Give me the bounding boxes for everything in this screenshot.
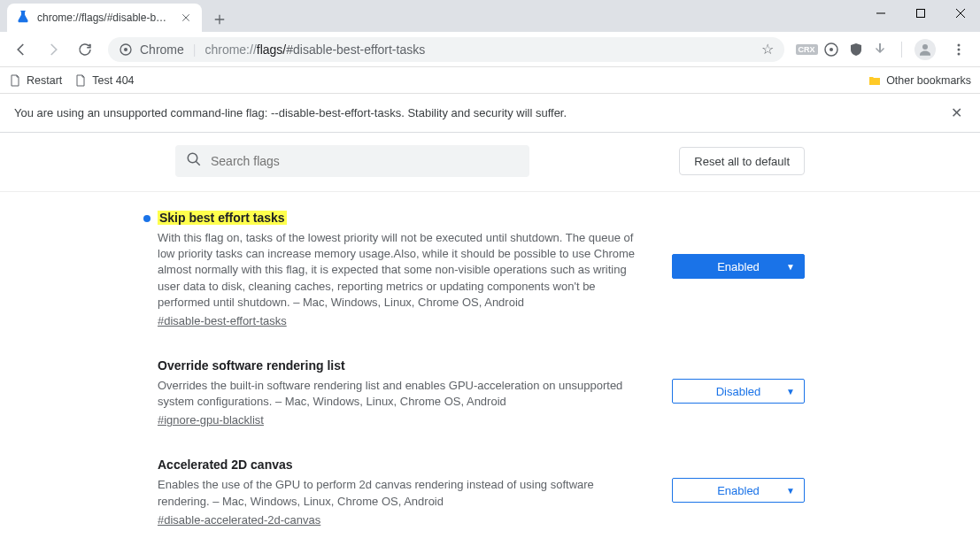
svg-point-7 [958,48,961,50]
flag-modified-dot [143,215,150,222]
chrome-page-icon [119,42,133,57]
chevron-down-icon: ▼ [786,486,795,496]
extension-icons: CRX [793,42,894,58]
chevron-down-icon: ▼ [786,262,795,272]
svg-point-8 [958,52,961,55]
page-icon [74,74,87,87]
reload-button[interactable] [71,35,99,64]
flag-select[interactable]: Enabled▼ [672,478,805,503]
window-controls [860,0,980,27]
flag-hash-link[interactable]: #ignore-gpu-blacklist [158,413,645,427]
extension-icon-1[interactable] [823,42,839,58]
address-bar[interactable]: Chrome | chrome://flags/#disable-best-ef… [108,37,784,62]
flag-select-value: Enabled [673,260,804,273]
svg-point-5 [922,44,928,50]
flag-title: Override software rendering list [158,358,345,373]
svg-rect-0 [916,10,924,18]
infobar-close-icon[interactable]: ✕ [947,101,966,125]
crx-badge-icon[interactable]: CRX [799,42,814,58]
bookmarks-bar: Restart Test 404 Other bookmarks [0,67,980,94]
flag-select-value: Enabled [673,484,804,497]
svg-point-6 [958,43,961,46]
flag-select-value: Disabled [673,384,804,397]
flag-description: With this flag on, tasks of the lowest p… [158,230,645,311]
bookmark-label: Restart [27,74,62,87]
kebab-menu-icon[interactable] [945,35,973,64]
flag-description: Overrides the built-in software renderin… [158,378,645,410]
url-text: Chrome | chrome://flags/#disable-best-ef… [140,42,425,57]
titlebar: chrome://flags/#disable-best-eff [0,0,980,32]
flag-hash-link[interactable]: #disable-best-effort-tasks [158,314,645,327]
flags-list: Skip best effort tasksWith this flag on,… [0,192,980,546]
flag-select[interactable]: Enabled▼ [672,254,805,279]
infobar: You are using an unsupported command-lin… [0,94,980,133]
minimize-button[interactable] [860,0,900,27]
svg-point-2 [124,48,127,51]
bookmark-star-icon[interactable]: ☆ [761,41,774,58]
svg-point-4 [830,48,833,51]
bookmark-label: Test 404 [92,74,134,87]
flag-item: Override software rendering listOverride… [158,358,805,427]
flag-select[interactable]: Disabled▼ [672,379,805,404]
folder-icon [868,74,881,87]
reset-all-button[interactable]: Reset all to default [679,147,805,175]
search-input[interactable] [211,154,519,168]
shield-icon[interactable] [848,42,864,58]
bookmark-item[interactable]: Test 404 [74,74,134,87]
download-icon[interactable] [873,42,889,58]
bookmark-item[interactable]: Restart [9,74,62,87]
page-icon [9,74,21,87]
flag-item: Skip best effort tasksWith this flag on,… [158,210,805,327]
flag-title: Skip best effort tasks [158,211,287,225]
toolbar: Chrome | chrome://flags/#disable-best-ef… [0,32,980,67]
flag-item: Accelerated 2D canvasEnables the use of … [158,457,805,526]
profile-avatar[interactable] [914,39,936,60]
close-window-button[interactable] [940,0,980,27]
back-button[interactable] [7,35,35,64]
other-bookmarks[interactable]: Other bookmarks [868,74,971,87]
flag-title: Accelerated 2D canvas [158,458,293,472]
flag-description: Enables the use of the GPU to perform 2d… [158,477,645,509]
divider [901,42,902,58]
other-bookmarks-label: Other bookmarks [886,74,971,87]
tab-title: chrome://flags/#disable-best-eff [37,12,172,24]
flags-page: Reset all to default Skip best effort ta… [0,133,980,546]
search-icon [186,151,202,171]
close-tab-icon[interactable] [179,11,193,25]
search-flags-box[interactable] [175,145,529,177]
flag-hash-link[interactable]: #disable-accelerated-2d-canvas [158,513,645,527]
chevron-down-icon: ▼ [786,386,795,396]
maximize-button[interactable] [900,0,940,27]
forward-button[interactable] [39,35,67,64]
flags-header: Reset all to default [0,133,980,192]
flask-icon [16,11,30,25]
new-tab-button[interactable] [207,7,232,32]
svg-point-9 [188,153,197,163]
browser-tab[interactable]: chrome://flags/#disable-best-eff [7,4,202,32]
infobar-text: You are using an unsupported command-lin… [14,106,567,119]
